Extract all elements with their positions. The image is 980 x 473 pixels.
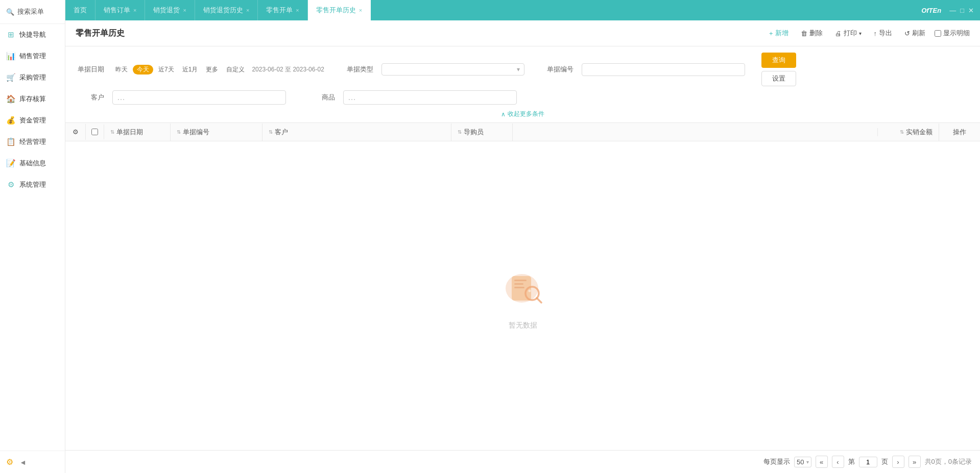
sidebar-item-basic-info[interactable]: 📝 基础信息: [0, 153, 65, 174]
svg-point-7: [528, 289, 531, 292]
prev-page-btn[interactable]: ‹: [832, 456, 844, 468]
sidebar-bottom: ⚙ ◄: [0, 451, 65, 473]
inventory-icon: 🏠: [6, 94, 15, 104]
th-customer[interactable]: ⇅ 客户: [262, 123, 451, 141]
delete-label: 删除: [809, 29, 823, 38]
order-type-select[interactable]: ▾: [381, 63, 524, 76]
filter-row-2: 客户 … 商品 …: [76, 90, 970, 105]
refresh-button[interactable]: ↺ 刷新: [901, 27, 928, 40]
date-custom-btn[interactable]: 自定义: [223, 64, 248, 75]
tab-sales-return[interactable]: 销货退货 ×: [145, 0, 195, 20]
th-no[interactable]: ⇅ 单据编号: [171, 123, 262, 141]
order-no-input[interactable]: [582, 63, 745, 76]
window-minimize[interactable]: —: [949, 7, 956, 14]
export-button[interactable]: ↑ 导出: [871, 27, 896, 40]
th-amount[interactable]: ⇅ 实销金额: [878, 123, 939, 141]
order-type-label: 单据类型: [345, 65, 373, 74]
tab-retail-open[interactable]: 零售开单 ×: [258, 0, 307, 20]
empty-illustration: [497, 262, 548, 313]
th-amount-label: 实销金额: [906, 128, 933, 137]
tab-retail-history-close[interactable]: ×: [359, 7, 362, 13]
date-yesterday-btn[interactable]: 昨天: [112, 64, 131, 75]
date-more-btn[interactable]: 更多: [203, 64, 221, 75]
tab-sales-return-close[interactable]: ×: [183, 7, 186, 13]
quick-nav-icon: ⊞: [6, 30, 15, 39]
display-detail-label: 显示明细: [943, 29, 970, 38]
filter-row-1: 单据日期 昨天 今天 近7天 近1月 更多 自定义 2023-06-02 至 2…: [76, 53, 970, 86]
page-number-input[interactable]: [859, 457, 877, 467]
th-settings[interactable]: ⚙: [65, 124, 86, 140]
th-guide[interactable]: ⇅ 导购员: [451, 123, 513, 141]
next-page-btn[interactable]: ›: [892, 456, 904, 468]
tab-sales-return-label: 销货退货: [153, 6, 180, 15]
basic-info-icon: 📝: [6, 159, 15, 168]
add-label: 新增: [775, 29, 788, 38]
page-label: 页: [881, 457, 888, 466]
page-title: 零售开单历史: [76, 28, 125, 39]
tab-home-label: 首页: [74, 6, 87, 15]
svg-rect-4: [514, 287, 524, 288]
th-check[interactable]: [86, 125, 104, 139]
add-button[interactable]: + 新增: [766, 27, 792, 40]
sidebar: 🔍 搜索采单 ⊞ 快捷导航 📊 销售管理 🛒 采购管理 🏠 库存核算 💰 资金管…: [0, 0, 65, 473]
last-page-btn[interactable]: »: [909, 456, 921, 468]
collapse-sidebar-icon[interactable]: ◄: [19, 458, 27, 466]
settings-bottom-icon[interactable]: ⚙: [6, 457, 13, 467]
tab-sales-return-history-label: 销货退货历史: [203, 6, 243, 15]
purchase-icon: 🛒: [6, 73, 15, 82]
sidebar-item-inventory[interactable]: 🏠 库存核算: [0, 88, 65, 110]
select-all-checkbox[interactable]: [91, 129, 98, 135]
window-close[interactable]: ✕: [968, 7, 974, 14]
page-size-value: 50: [797, 458, 804, 466]
order-no-label: 单据编号: [545, 65, 573, 74]
delete-button[interactable]: 🗑 删除: [798, 27, 826, 40]
sidebar-item-purchase-mgmt[interactable]: 🛒 采购管理: [0, 67, 65, 88]
refresh-icon: ↺: [904, 30, 910, 37]
page-size-select[interactable]: 50 ▾: [794, 457, 811, 467]
first-page-btn[interactable]: «: [816, 456, 828, 468]
date-last-month-btn[interactable]: 近1月: [179, 64, 201, 75]
page-of-label: 第: [848, 457, 855, 466]
settings-button[interactable]: 设置: [761, 71, 796, 86]
window-maximize[interactable]: □: [960, 7, 964, 14]
th-date[interactable]: ⇅ 单据日期: [104, 123, 171, 141]
tab-retail-open-label: 零售开单: [266, 6, 293, 15]
goods-select[interactable]: …: [343, 90, 517, 105]
tab-sales-return-history-close[interactable]: ×: [246, 7, 249, 13]
svg-line-6: [537, 298, 541, 303]
customer-select[interactable]: …: [112, 90, 286, 105]
pagination: 每页显示 50 ▾ « ‹ 第 页 › » 共0页，0条记录: [65, 450, 980, 473]
display-detail-checkbox[interactable]: [935, 30, 941, 37]
sidebar-item-sales-mgmt[interactable]: 📊 销售管理: [0, 45, 65, 67]
sidebar-search[interactable]: 🔍 搜索采单: [0, 0, 65, 24]
date-last7-btn[interactable]: 近7天: [155, 64, 177, 75]
sidebar-item-quick-nav[interactable]: ⊞ 快捷导航: [0, 24, 65, 45]
delete-icon: 🗑: [801, 30, 807, 37]
query-button[interactable]: 查询: [761, 53, 796, 68]
date-today-btn[interactable]: 今天: [133, 65, 153, 74]
sidebar-item-finance-mgmt[interactable]: 💰 资金管理: [0, 110, 65, 131]
empty-state: 暂无数据: [65, 141, 980, 450]
sidebar-item-label: 系统管理: [19, 180, 46, 189]
export-label: 导出: [879, 29, 892, 38]
action-buttons: 查询 设置: [761, 53, 796, 86]
tab-sales-order[interactable]: 销售订单 ×: [95, 0, 145, 20]
print-button[interactable]: 🖨 打印 ▾: [832, 27, 865, 40]
tab-sales-order-close[interactable]: ×: [133, 7, 136, 13]
sort-amount-icon: ⇅: [900, 129, 904, 135]
tab-retail-open-close[interactable]: ×: [296, 7, 299, 13]
sidebar-search-label: 搜索采单: [17, 7, 44, 16]
sort-customer-icon: ⇅: [269, 129, 273, 135]
first-page-icon: «: [820, 458, 823, 466]
sidebar-item-operation-mgmt[interactable]: 📋 经营管理: [0, 131, 65, 153]
tab-sales-return-history[interactable]: 销货退货历史 ×: [195, 0, 258, 20]
display-detail-toggle[interactable]: 显示明细: [935, 29, 970, 38]
table-area: ⚙ ⇅ 单据日期 ⇅ 单据编号 ⇅ 客户 ⇅ 导购员 ⇅: [65, 123, 980, 450]
tab-home[interactable]: 首页: [65, 0, 95, 20]
search-icon: 🔍: [6, 8, 14, 16]
tab-retail-history[interactable]: 零售开单历史 ×: [308, 0, 371, 20]
collapse-filter-btn[interactable]: ∧ 收起更多条件: [501, 110, 544, 118]
sidebar-item-system-mgmt[interactable]: ⚙ 系统管理: [0, 174, 65, 195]
table-settings-icon[interactable]: ⚙: [73, 128, 79, 136]
sidebar-item-label: 库存核算: [19, 94, 46, 104]
